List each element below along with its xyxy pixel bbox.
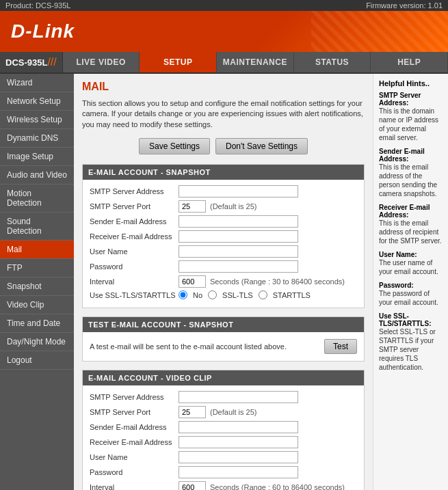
hint-sender-label: Sender E-mail Address: xyxy=(379,148,443,163)
vc-sender-row: Sender E-mail Address xyxy=(90,421,357,433)
snapshot-smtp-port-input[interactable] xyxy=(179,200,206,213)
snapshot-ssl-starttls-label: STARTTLS xyxy=(273,291,311,299)
vc-receiver-row: Receiver E-mail Address xyxy=(90,436,357,448)
sidebar-item-time-date[interactable]: Time and Date xyxy=(0,314,74,333)
vc-receiver-label: Receiver E-mail Address xyxy=(90,438,179,446)
tab-setup[interactable]: SETUP xyxy=(140,52,217,72)
snapshot-ssl-no-radio[interactable] xyxy=(179,290,187,299)
vc-receiver-input[interactable] xyxy=(179,436,298,448)
hint-smtp-address-label: SMTP Server Address: xyxy=(379,92,443,107)
nav-device: DCS-935L /// xyxy=(0,52,63,72)
vc-smtp-address-input[interactable] xyxy=(179,391,298,403)
snapshot-ssl-row: Use SSL-TLS/STARTTLS No SSL-TLS STARTTLS xyxy=(90,290,357,299)
hint-password-label: Password: xyxy=(379,282,443,289)
hint-username: User Name: The user name of your email a… xyxy=(379,251,443,276)
hint-username-label: User Name: xyxy=(379,251,443,258)
sidebar: Wizard Network Setup Wireless Setup Dyna… xyxy=(0,74,74,490)
vc-smtp-address-row: SMTP Server Address xyxy=(90,391,357,403)
vc-sender-input[interactable] xyxy=(179,421,298,433)
vc-smtp-port-row: SMTP Server Port (Default is 25) xyxy=(90,406,357,418)
sidebar-item-day-night[interactable]: Day/Night Mode xyxy=(0,333,74,351)
snapshot-interval-label: Interval xyxy=(90,277,179,286)
vc-smtp-port-note: (Default is 25) xyxy=(210,408,256,416)
hint-password-text: The password of your email account. xyxy=(379,289,443,307)
logo: D-Link xyxy=(11,21,75,42)
sidebar-item-wizard[interactable]: Wizard xyxy=(0,74,74,92)
snapshot-sender-input[interactable] xyxy=(179,215,298,228)
snapshot-ssl-ssltls-radio[interactable] xyxy=(208,290,217,299)
snapshot-smtp-port-row: SMTP Server Port (Default is 25) xyxy=(90,200,357,213)
vc-smtp-port-input[interactable] xyxy=(179,406,206,418)
sidebar-item-motion-detection[interactable]: Motion Detection xyxy=(0,185,74,213)
vc-interval-note: Seconds (Range : 60 to 86400 seconds) xyxy=(210,483,345,490)
snapshot-password-row: Password xyxy=(90,260,357,273)
hint-receiver: Receiver E-mail Address: This is the ema… xyxy=(379,204,443,245)
snapshot-interval-input[interactable] xyxy=(179,275,206,288)
tab-live-video[interactable]: LIVE VIDEO xyxy=(63,52,140,72)
sidebar-item-logout[interactable]: Logout xyxy=(0,351,74,370)
hint-username-text: The user name of your email account. xyxy=(379,258,443,276)
vc-interval-input[interactable] xyxy=(179,481,206,490)
top-bar: Product: DCS-935L Firmware version: 1.01 xyxy=(0,0,448,11)
snapshot-smtp-address-row: SMTP Server Address xyxy=(90,185,357,198)
main-content: MAIL This section allows you to setup an… xyxy=(74,74,373,490)
sidebar-item-ftp[interactable]: FTP xyxy=(0,259,74,277)
hint-ssl: Use SSL-TLS/STARTTLS: Select SSL-TLS or … xyxy=(379,312,443,372)
hint-password: Password: The password of your email acc… xyxy=(379,282,443,307)
snapshot-username-label: User Name xyxy=(90,247,179,256)
vc-sender-label: Sender E-mail Address xyxy=(90,423,179,431)
save-settings-button[interactable]: Save Settings xyxy=(139,138,210,154)
firmware-label: Firmware version: 1.01 xyxy=(366,1,443,10)
snapshot-section-body: SMTP Server Address SMTP Server Port (De… xyxy=(83,180,364,308)
dont-save-button[interactable]: Don't Save Settings xyxy=(215,138,308,154)
snapshot-email-section: E-MAIL ACCOUNT - SNAPSHOT SMTP Server Ad… xyxy=(82,164,365,308)
product-label: Product: DCS-935L xyxy=(5,1,70,10)
test-button[interactable]: Test xyxy=(324,339,357,354)
sidebar-item-image-setup[interactable]: Image Setup xyxy=(0,148,74,166)
hints-panel: Helpful Hints.. SMTP Server Address: Thi… xyxy=(373,74,448,490)
snapshot-password-input[interactable] xyxy=(179,260,298,273)
test-email-section: TEST E-MAIL ACCOUNT - SNAPSHOT A test e-… xyxy=(82,316,365,362)
sidebar-item-sound-detection[interactable]: Sound Detection xyxy=(0,213,74,241)
snapshot-receiver-row: Receiver E-mail Address xyxy=(90,230,357,243)
sidebar-item-network-setup[interactable]: Network Setup xyxy=(0,92,74,111)
vc-username-input[interactable] xyxy=(179,451,298,463)
hint-sender: Sender E-mail Address: This is the email… xyxy=(379,148,443,198)
hint-smtp-address-text: This is the domain name or IP address of… xyxy=(379,107,443,142)
vc-password-input[interactable] xyxy=(179,466,298,478)
snapshot-ssl-ssltls-label: SSL-TLS xyxy=(222,291,253,299)
sidebar-item-dynamic-dns[interactable]: Dynamic DNS xyxy=(0,129,74,148)
vc-smtp-address-label: SMTP Server Address xyxy=(90,393,179,401)
videoclip-email-section: E-MAIL ACCOUNT - VIDEO CLIP SMTP Server … xyxy=(82,370,365,490)
tab-maintenance[interactable]: MAINTENANCE xyxy=(217,52,294,72)
videoclip-section-body: SMTP Server Address SMTP Server Port (De… xyxy=(83,385,364,490)
hint-receiver-label: Receiver E-mail Address: xyxy=(379,204,443,219)
vc-smtp-port-label: SMTP Server Port xyxy=(90,408,179,416)
snapshot-smtp-address-input[interactable] xyxy=(179,185,298,198)
vc-interval-row: Interval Seconds (Range : 60 to 86400 se… xyxy=(90,481,357,490)
action-buttons: Save Settings Don't Save Settings xyxy=(82,138,365,154)
snapshot-interval-row: Interval Seconds (Range : 30 to 86400 se… xyxy=(90,275,357,288)
snapshot-ssl-starttls-radio[interactable] xyxy=(259,290,267,299)
snapshot-receiver-input[interactable] xyxy=(179,230,298,243)
sidebar-item-audio-video[interactable]: Audio and Video xyxy=(0,166,74,185)
tab-status[interactable]: STATUS xyxy=(294,52,371,72)
header: D-Link xyxy=(0,11,448,52)
snapshot-ssl-no-label: No xyxy=(193,291,202,299)
hint-sender-text: This is the email address of the person … xyxy=(379,163,443,198)
sidebar-item-video-clip[interactable]: Video Clip xyxy=(0,296,74,314)
sidebar-item-snapshot[interactable]: Snapshot xyxy=(0,277,74,296)
sidebar-item-mail[interactable]: Mail xyxy=(0,241,74,259)
snapshot-receiver-label: Receiver E-mail Address xyxy=(90,232,179,241)
nav-bar: DCS-935L /// LIVE VIDEO SETUP MAINTENANC… xyxy=(0,52,448,74)
hint-ssl-label: Use SSL-TLS/STARTTLS: xyxy=(379,312,443,327)
test-section-body: A test e-mail will be sent to the e-mail… xyxy=(83,332,364,361)
snapshot-sender-label: Sender E-mail Address xyxy=(90,217,179,226)
sidebar-item-wireless-setup[interactable]: Wireless Setup xyxy=(0,111,74,129)
snapshot-section-header: E-MAIL ACCOUNT - SNAPSHOT xyxy=(83,165,364,180)
snapshot-interval-note: Seconds (Range : 30 to 86400 seconds) xyxy=(210,277,345,286)
snapshot-username-input[interactable] xyxy=(179,245,298,258)
snapshot-smtp-address-label: SMTP Server Address xyxy=(90,187,179,195)
snapshot-smtp-port-label: SMTP Server Port xyxy=(90,202,179,210)
tab-help[interactable]: HELP xyxy=(371,52,448,72)
